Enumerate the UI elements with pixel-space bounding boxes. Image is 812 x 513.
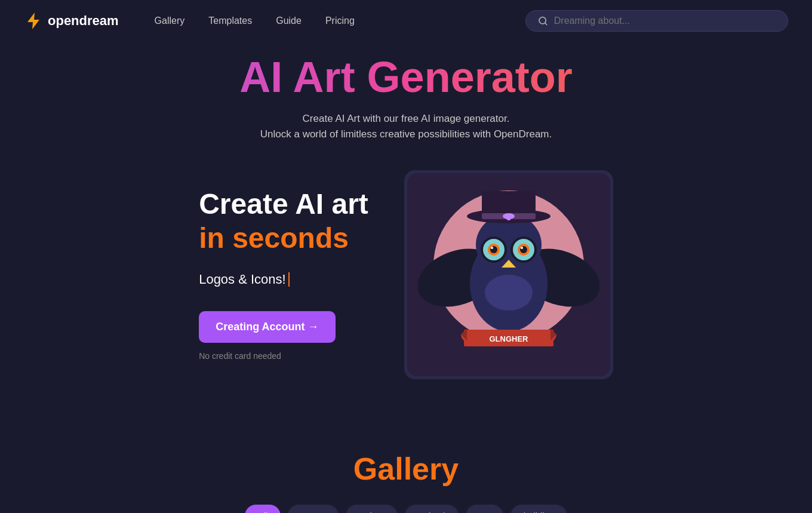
svg-point-30 [506, 216, 511, 220]
svg-point-18 [491, 247, 493, 249]
hero-content: Create AI art in seconds Logos & Icons! … [78, 170, 734, 379]
filter-all[interactable]: All [245, 505, 281, 513]
filter-anime[interactable]: Anime [346, 505, 398, 513]
svg-point-23 [521, 247, 523, 249]
filter-animal[interactable]: Animal [405, 505, 459, 513]
search-bar [525, 10, 788, 32]
svg-point-25 [485, 275, 533, 311]
svg-text:GLNGHER: GLNGHER [489, 334, 528, 343]
nav-gallery[interactable]: Gallery [155, 16, 185, 26]
hero-tagline: Logos & Icons! [199, 272, 368, 287]
logo-text: opendream [48, 13, 119, 29]
filter-building[interactable]: building [510, 505, 568, 513]
svg-marker-0 [27, 13, 39, 29]
nav-links: Gallery Templates Guide Pricing [155, 16, 355, 26]
gallery-section: Gallery All Logos Anime Animal 3D buildi… [0, 415, 812, 513]
hero-section: AI Art Generator Create AI Art with our … [0, 42, 812, 415]
search-input[interactable] [554, 16, 776, 26]
filter-logos[interactable]: Logos [288, 505, 339, 513]
no-credit-text: No credit card needed [199, 351, 368, 361]
hero-subtitle2: Unlock a world of limitless creative pos… [24, 128, 788, 140]
filter-3d[interactable]: 3D [466, 505, 503, 513]
hero-image: GLNGHER [404, 170, 613, 379]
svg-line-2 [545, 23, 547, 24]
hero-left: Create AI art in seconds Logos & Icons! … [199, 189, 368, 361]
hero-create-title: Create AI art [199, 189, 368, 220]
cta-button[interactable]: Creating Account → [199, 311, 335, 343]
cursor-blink [288, 272, 290, 287]
nav-guide[interactable]: Guide [276, 16, 302, 26]
navbar: opendream Gallery Templates Guide Pricin… [0, 0, 812, 42]
hero-subtitle: Create AI Art with our free AI image gen… [24, 113, 788, 125]
logo[interactable]: opendream [24, 11, 119, 30]
gallery-filters: All Logos Anime Animal 3D building [24, 505, 788, 513]
nav-pricing[interactable]: Pricing [325, 16, 355, 26]
logo-icon [24, 11, 43, 30]
hero-create-seconds: in seconds [199, 223, 368, 254]
hero-title: AI Art Generator [24, 54, 788, 101]
nav-templates[interactable]: Templates [208, 16, 252, 26]
owl-illustration: GLNGHER [407, 173, 610, 376]
gallery-title: Gallery [24, 451, 788, 487]
search-icon [538, 16, 548, 26]
